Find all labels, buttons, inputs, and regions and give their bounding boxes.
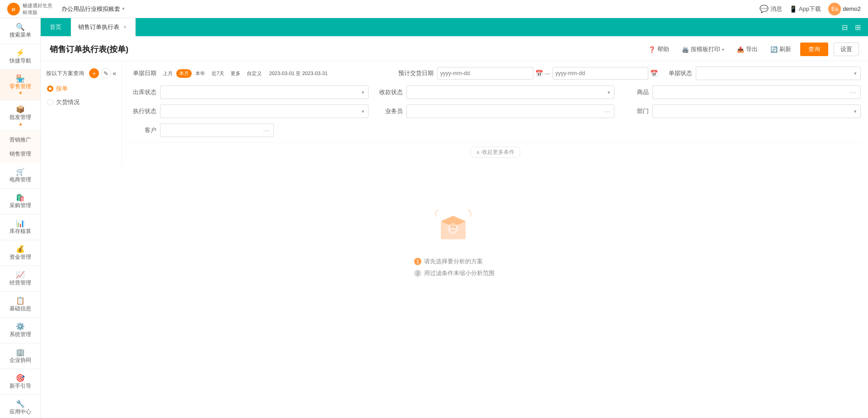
sidebar-item-operations[interactable]: 📈 经营管理 (0, 266, 40, 292)
date-tab-7days[interactable]: 近7天 (209, 69, 227, 78)
page-title: 销售订单执行表(按单) (50, 44, 128, 55)
salesperson-select[interactable]: ··· (406, 104, 615, 118)
top-header: 好 畅捷通好生意 标准版 办公用品行业模拟账套 ▾ 💬 消息 📱 App下载 E… (0, 0, 868, 18)
breadcrumb[interactable]: 办公用品行业模拟账套 ▾ (61, 5, 125, 13)
expected-date-end-input[interactable] (552, 67, 649, 80)
filter-sidebar: 按以下方案查询 + ✎ « (41, 61, 122, 167)
basic-info-icon: 📋 (16, 296, 25, 305)
message-button[interactable]: 💬 消息 (760, 5, 782, 13)
ecommerce-icon: 🛒 (16, 167, 25, 176)
empty-tip-2: 2 用过滤条件来缩小分析范围 (414, 269, 495, 277)
header-left: 好 畅捷通好生意 标准版 办公用品行业模拟账套 ▾ (7, 2, 125, 15)
main-layout: 🔍 搜索菜单 ⚡ 快捷导航 🏪 零售管理 ▼ 📦 批发管理 ▲ 营销推广 (0, 18, 868, 418)
logo-icon: 好 (7, 3, 20, 15)
sidebar-item-newuser[interactable]: 🎯 新手引导 (0, 369, 40, 395)
payment-label: 收款状态 (376, 88, 403, 96)
sidebar-item-finance[interactable]: 💰 资金管理 (0, 240, 40, 266)
export-button[interactable]: 📤 导出 (733, 43, 761, 55)
expand-icon: ▼ (19, 90, 23, 95)
print-arrow-icon[interactable]: ▾ (722, 47, 724, 52)
collapse-sidebar-button[interactable]: « (113, 70, 116, 77)
customer-dots-icon: ··· (263, 127, 270, 134)
empty-tips: 1 请先选择要分析的方案 2 用过滤条件来缩小分析范围 (414, 257, 495, 277)
sidebar-item-system[interactable]: ⚙️ 系统管理 (0, 318, 40, 343)
tab-minimize-icon[interactable]: ⊟ (840, 21, 849, 33)
shipment-select[interactable]: ▾ (160, 86, 368, 99)
date-tab-this-year[interactable]: 本年 (193, 69, 208, 78)
system-icon: ⚙️ (16, 322, 25, 331)
filter-field-dept: 部门 ▾ (622, 104, 861, 118)
goods-select[interactable]: ··· (652, 86, 861, 99)
salesperson-dots-icon: ··· (604, 108, 611, 115)
sidebar-item-retail[interactable]: 🏪 零售管理 ▼ (0, 70, 40, 100)
enterprise-icon: 🏢 (16, 348, 25, 356)
settings-button[interactable]: 设置 (834, 43, 859, 56)
sidebar-sub-sales[interactable]: 销售管理 (0, 147, 40, 161)
add-scheme-button[interactable]: + (89, 68, 99, 78)
sidebar-item-search[interactable]: 🔍 搜索菜单 (0, 18, 40, 44)
sidebar-item-wholesale[interactable]: 📦 批发管理 ▲ (0, 100, 40, 131)
tab-close-button[interactable]: × (122, 24, 128, 31)
date-start-icon[interactable]: 📅 (535, 70, 543, 77)
sidebar-item-ecommerce[interactable]: 🛒 电商管理 (0, 163, 40, 189)
tab-active[interactable]: 销售订单执行表 × (71, 18, 136, 36)
download-icon: 📱 (789, 5, 797, 13)
print-button[interactable]: 🖨️ 按模板打印 ▾ (678, 43, 728, 55)
filter-row-4: 客户 ··· (129, 124, 861, 137)
expected-date-start-input[interactable] (437, 67, 533, 80)
filter-field-expected-date: 预计交货日期 📅 — 📅 (397, 67, 658, 80)
edit-scheme-button[interactable]: ✎ (101, 68, 111, 78)
date-range-text: 2023-03-01 至 2023-03-31 (269, 70, 328, 77)
filter-field-date: 单据日期 上月 本月 本年 近7天 更多 自定义 20 (129, 69, 390, 78)
user-name: demo2 (843, 5, 861, 12)
date-tab-last-month[interactable]: 上月 (160, 69, 175, 78)
sidebar-sub-marketing[interactable]: 营销推广 (0, 133, 40, 147)
quick-nav-icon: ⚡ (16, 48, 25, 57)
payment-select[interactable]: ▾ (406, 86, 615, 99)
filter-field-salesperson: 业务员 ··· (376, 104, 615, 118)
sidebar-item-inventory[interactable]: 📊 库存核算 (0, 214, 40, 240)
inventory-icon: 📊 (16, 219, 25, 228)
help-button[interactable]: ❓ 帮助 (645, 43, 673, 55)
status-select[interactable]: ▾ (696, 66, 861, 80)
empty-tip-1: 1 请先选择要分析的方案 (414, 257, 495, 266)
payment-select-arrow-icon: ▾ (608, 90, 610, 95)
refresh-icon: 🔄 (770, 46, 778, 53)
filter-sidebar-actions: + ✎ « (89, 68, 116, 78)
status-select-arrow-icon: ▾ (854, 71, 857, 76)
sidebar-item-enterprise[interactable]: 🏢 企业协同 (0, 343, 40, 369)
tip2-number: 2 (414, 270, 421, 277)
sidebar-item-appstore[interactable]: 🔧 应用中心 (0, 395, 40, 418)
dept-select[interactable]: ▾ (652, 104, 861, 118)
sidebar-item-basic-info[interactable]: 📋 基础信息 (0, 292, 40, 318)
refresh-button[interactable]: 🔄 刷新 (767, 43, 795, 55)
query-button[interactable]: 查询 (800, 43, 828, 56)
sidebar-section-retail: 🏪 零售管理 ▼ (0, 70, 40, 100)
filter-field-customer: 客户 ··· (129, 124, 274, 137)
tab-expand-icon[interactable]: ⊞ (853, 21, 863, 33)
sidebar-item-quick-nav[interactable]: ⚡ 快捷导航 (0, 44, 40, 70)
collapse-button[interactable]: ∧ 收起更多条件 (470, 147, 520, 158)
date-tab-custom[interactable]: 自定义 (244, 69, 264, 78)
filter-option-欠货情况[interactable]: 欠货情况 (41, 95, 122, 109)
sidebar-item-purchase[interactable]: 🛍️ 采购管理 (0, 189, 40, 214)
date-tab-this-month[interactable]: 本月 (176, 69, 192, 78)
filter-option-按单[interactable]: 按单 (41, 82, 122, 95)
goods-label: 商品 (622, 88, 649, 96)
customer-select[interactable]: ··· (160, 124, 274, 137)
user-area[interactable]: Ea demo2 (828, 3, 861, 15)
filter-row-1: 单据日期 上月 本月 本年 近7天 更多 自定义 20 (129, 66, 861, 80)
page-actions: ❓ 帮助 🖨️ 按模板打印 ▾ 📤 导出 🔄 刷新 (645, 43, 859, 56)
collapse-icon: ∧ (476, 149, 480, 156)
filter-field-payment: 收款状态 ▾ (376, 86, 615, 99)
inactive-dot (47, 99, 53, 105)
date-tab-more[interactable]: 更多 (228, 69, 243, 78)
date-end-icon[interactable]: 📅 (650, 70, 658, 77)
appstore-icon: 🔧 (16, 399, 25, 408)
execution-select[interactable]: ▾ (160, 104, 368, 118)
sidebar: 🔍 搜索菜单 ⚡ 快捷导航 🏪 零售管理 ▼ 📦 批发管理 ▲ 营销推广 (0, 18, 41, 418)
tab-home[interactable]: 首页 (41, 18, 71, 36)
finance-icon: 💰 (16, 245, 25, 253)
execution-label: 执行状态 (129, 107, 156, 115)
app-download-button[interactable]: 📱 App下载 (789, 5, 821, 13)
